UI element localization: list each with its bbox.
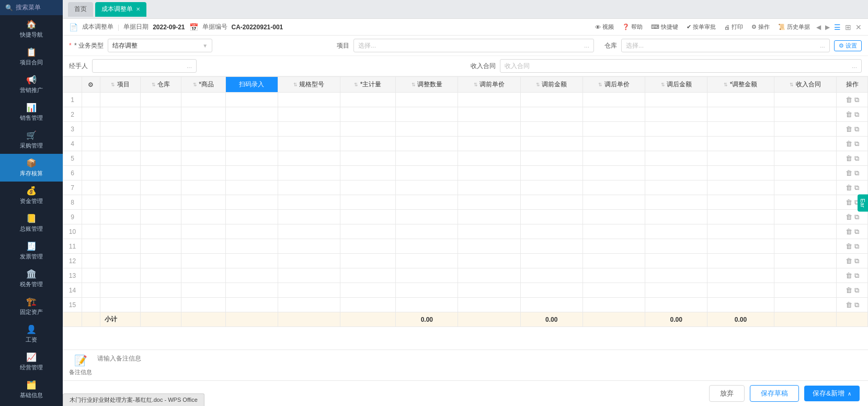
cell-after_price-3[interactable] (583, 122, 645, 137)
col-warehouse[interactable]: ⇅ 仓库 (141, 77, 181, 93)
cell-scan-13[interactable] (226, 268, 278, 283)
cell-after_price-6[interactable] (583, 166, 645, 181)
col-adj_qty[interactable]: ⇅ 调整数量 (396, 77, 458, 93)
copy-icon-2[interactable]: ⧉ (854, 110, 859, 119)
cell-adj_amount-8[interactable] (707, 195, 774, 210)
copy-icon-11[interactable]: ⧉ (854, 242, 859, 251)
cell-warehouse-6[interactable] (141, 166, 181, 181)
cell-prev_price-4[interactable] (458, 137, 520, 151)
cell-scan-7[interactable] (226, 181, 278, 195)
cell-settings-5[interactable] (82, 151, 100, 166)
delete-icon-8[interactable]: 🗑 (846, 198, 852, 207)
check-btn[interactable]: ✔ 按单审批 (684, 22, 718, 32)
cell-prev_price-7[interactable] (458, 181, 520, 195)
cell-adj_amount-2[interactable] (707, 107, 774, 122)
cell-scan-12[interactable] (226, 254, 278, 268)
cell-spec-7[interactable] (278, 181, 340, 195)
cell-after_price-7[interactable] (583, 181, 645, 195)
cell-spec-10[interactable] (278, 224, 340, 239)
project-input[interactable]: 选择... ... (353, 39, 594, 52)
cell-adj_qty-7[interactable] (396, 181, 458, 195)
cell-project-4[interactable] (100, 137, 140, 151)
sort-icon-product[interactable]: ⇅ (193, 82, 197, 87)
cell-project-2[interactable] (100, 107, 140, 122)
cell-after_price-11[interactable] (583, 239, 645, 254)
cell-after_price-14[interactable] (583, 283, 645, 298)
cell-adj_qty-9[interactable] (396, 210, 458, 224)
cell-prev_amount-15[interactable] (520, 298, 583, 312)
cell-project-10[interactable] (100, 224, 140, 239)
cell-warehouse-11[interactable] (141, 239, 181, 254)
col-income_contract[interactable]: ⇅ 收入合同 (774, 77, 836, 93)
income-contract-input[interactable]: 收入合同 ... (500, 59, 862, 73)
cell-adj_qty-2[interactable] (396, 107, 458, 122)
cell-settings-7[interactable] (82, 181, 100, 195)
cell-scan-2[interactable] (226, 107, 278, 122)
cell-prev_amount-7[interactable] (520, 181, 583, 195)
copy-icon-4[interactable]: ⧉ (854, 140, 859, 148)
delete-icon-13[interactable]: 🗑 (846, 272, 852, 280)
view-list[interactable]: ☰ (834, 23, 841, 31)
cell-warehouse-15[interactable] (141, 298, 181, 312)
cell-scan-6[interactable] (226, 166, 278, 181)
copy-icon-3[interactable]: ⧉ (854, 125, 859, 133)
cell-after_amount-5[interactable] (645, 151, 707, 166)
cell-after_amount-10[interactable] (645, 224, 707, 239)
sidebar-item-quick-nav[interactable]: 🏠快捷导航 (0, 15, 63, 43)
cell-adj_amount-4[interactable] (707, 137, 774, 151)
cell-adj_qty-10[interactable] (396, 224, 458, 239)
cell-adj_qty-8[interactable] (396, 195, 458, 210)
cell-project-6[interactable] (100, 166, 140, 181)
cell-unit-15[interactable] (340, 298, 395, 312)
cell-spec-1[interactable] (278, 93, 340, 107)
cell-after_amount-7[interactable] (645, 181, 707, 195)
cell-settings-11[interactable] (82, 239, 100, 254)
cell-prev_price-15[interactable] (458, 298, 520, 312)
col-settings[interactable]: ⚙ (82, 77, 100, 93)
cell-income_contract-4[interactable] (774, 137, 836, 151)
cell-scan-15[interactable] (226, 298, 278, 312)
sidebar-item-payroll[interactable]: 👤工资 (0, 320, 63, 348)
cell-after_price-9[interactable] (583, 210, 645, 224)
cell-prev_price-10[interactable] (458, 224, 520, 239)
sort-icon-spec[interactable]: ⇅ (293, 82, 298, 87)
cell-settings-3[interactable] (82, 122, 100, 137)
cell-unit-8[interactable] (340, 195, 395, 210)
cell-after_amount-15[interactable] (645, 298, 707, 312)
cell-after_amount-6[interactable] (645, 166, 707, 181)
right-edge-tab[interactable]: Ear (858, 194, 868, 211)
cell-scan-1[interactable] (226, 93, 278, 107)
sidebar-item-ops[interactable]: 📈经营管理 (0, 348, 63, 376)
cell-spec-12[interactable] (278, 254, 340, 268)
cell-after_amount-1[interactable] (645, 93, 707, 107)
sidebar-item-sales-mgmt[interactable]: 📊销售管理 (0, 98, 63, 126)
sort-icon-prev_price[interactable]: ⇅ (474, 82, 478, 87)
cell-income_contract-8[interactable] (774, 195, 836, 210)
nav-prev[interactable]: ◀ (816, 24, 821, 31)
cell-prev_price-5[interactable] (458, 151, 520, 166)
cell-product-7[interactable] (181, 181, 226, 195)
cell-adj_amount-10[interactable] (707, 224, 774, 239)
cell-settings-15[interactable] (82, 298, 100, 312)
ops-btn[interactable]: ⚙ 操作 (749, 22, 772, 32)
copy-icon-7[interactable]: ⧉ (854, 184, 859, 192)
cell-after_amount-12[interactable] (645, 254, 707, 268)
nav-next[interactable]: ▶ (825, 24, 830, 31)
col-spec[interactable]: ⇅ 规格型号 (278, 77, 340, 93)
cell-settings-10[interactable] (82, 224, 100, 239)
delete-icon-11[interactable]: 🗑 (846, 242, 852, 251)
cell-unit-9[interactable] (340, 210, 395, 224)
warehouse-input[interactable]: 选择... ... (621, 39, 830, 52)
cell-unit-6[interactable] (340, 166, 395, 181)
history-btn[interactable]: 📜 历史单据 (776, 22, 812, 32)
cell-product-9[interactable] (181, 210, 226, 224)
cell-prev_amount-3[interactable] (520, 122, 583, 137)
cell-product-10[interactable] (181, 224, 226, 239)
sidebar-item-sys[interactable]: ⚙️系统管理 (0, 403, 63, 406)
cell-product-12[interactable] (181, 254, 226, 268)
cell-prev_price-3[interactable] (458, 122, 520, 137)
copy-icon-14[interactable]: ⧉ (854, 286, 859, 295)
cell-adj_qty-12[interactable] (396, 254, 458, 268)
cell-prev_amount-10[interactable] (520, 224, 583, 239)
handler-input[interactable]: ... (92, 59, 197, 73)
